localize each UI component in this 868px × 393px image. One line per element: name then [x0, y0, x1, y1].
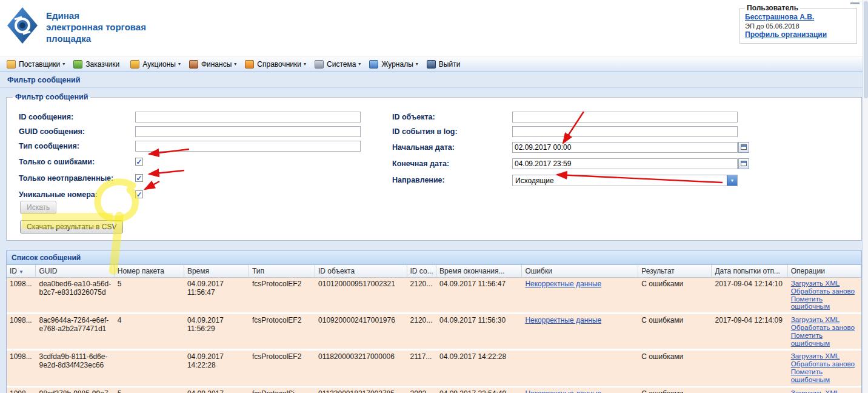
page-title: Фильтр сообщений [0, 72, 868, 88]
column-header-event-id[interactable]: ID со... [407, 265, 436, 278]
menu-item-finance[interactable]: Финансы ▾ [185, 59, 241, 70]
guid-message-label: GUID сообщения: [19, 127, 135, 136]
unique-numbers-checkbox[interactable]: ✓ [135, 190, 143, 198]
cell-guid: 3cdfda9b-8111-6d6e-9e2d-8d34f423ec66 [36, 351, 114, 387]
chevron-down-icon: ▾ [358, 61, 361, 67]
column-header-operations[interactable]: Операции [788, 265, 861, 278]
column-header-retry-date[interactable]: Дата попытки отп... [712, 265, 787, 278]
dropdown-arrow-icon[interactable]: ▼ [727, 175, 737, 186]
check-icon: ✓ [136, 191, 142, 198]
only-errors-checkbox[interactable]: ✓ [135, 158, 143, 166]
id-message-input[interactable] [135, 112, 361, 123]
mark-error-link[interactable]: Пометить ошибочным [791, 368, 830, 383]
cell-guid: 8ac9644a-7264-e6ef-e768-a2b2a77471d1 [36, 314, 114, 351]
error-details-link[interactable]: Некорректные данные [525, 389, 601, 393]
menu-item-system[interactable]: Система ▾ [310, 59, 365, 70]
system-monitor-icon [315, 60, 324, 69]
vertical-scrollbar[interactable] [863, 0, 868, 393]
error-details-link[interactable]: Некорректные данные [525, 316, 601, 324]
id-message-label: ID сообщения: [19, 113, 135, 121]
table-row: 1098... dea0bed6-ea10-a56d-b2c7-e831d326… [7, 278, 861, 314]
auction-gavel-icon [130, 60, 139, 69]
menu-item-journals[interactable]: Журналы ▾ [365, 59, 422, 70]
cell-type: fcsProtocolEF2 [249, 314, 315, 351]
cell-result: С ошибками [638, 351, 712, 387]
menu-item-suppliers[interactable]: Поставщики ▾ [2, 59, 69, 70]
id-object-input[interactable] [512, 112, 738, 123]
customers-icon [73, 60, 82, 69]
only-unsent-label: Только неотправленные: [19, 174, 135, 183]
reprocess-link[interactable]: Обработать заново [791, 323, 855, 331]
chevron-down-icon: ▾ [62, 61, 65, 67]
end-date-input[interactable] [512, 158, 738, 169]
load-xml-link[interactable]: Загрузить XML [791, 389, 840, 393]
calendar-icon [741, 144, 747, 150]
column-header-guid[interactable]: GUID [36, 265, 114, 278]
user-name-link[interactable]: Бесстрашнова А.В. [745, 13, 852, 22]
column-header-end-time[interactable]: Время окончания... [436, 265, 522, 278]
table-row: 1098... 8ac9644a-7264-e6ef-e768-a2b2a774… [7, 314, 861, 351]
finance-bank-icon [189, 60, 198, 69]
cell-errors [522, 351, 638, 387]
column-header-id[interactable]: ID▼ [7, 265, 36, 278]
start-date-input[interactable] [512, 142, 738, 153]
org-profile-link[interactable]: Профиль организации [745, 30, 852, 39]
cell-guid: dea0bed6-ea10-a56d-b2c7-e831d326075d [36, 278, 114, 314]
logo: Единая электронная торговая площадка [6, 6, 146, 45]
menu-item-auctions[interactable]: Аукционы ▾ [126, 59, 185, 70]
menu-item-customers[interactable]: Заказчики [69, 59, 126, 70]
cell-type: fcsProtocolSi... [249, 388, 315, 393]
reprocess-link[interactable]: Обработать заново [791, 360, 855, 368]
cell-end-time: 04.09.2017 11:56:47 [436, 278, 522, 314]
cell-errors: Некорректные данные [522, 278, 638, 314]
mark-error-link[interactable]: Пометить ошибочным [791, 295, 830, 311]
type-message-input[interactable] [135, 141, 361, 152]
cell-retry-date: 2017-09-04 12:14:10 [712, 278, 787, 314]
scrollbar-thumb[interactable] [864, 1, 868, 98]
column-header-errors[interactable]: Ошибки [522, 265, 638, 278]
cell-packet: 5 [115, 278, 184, 314]
table-row: 1098... 3cdfda9b-8111-6d6e-9e2d-8d34f423… [7, 351, 861, 387]
direction-select[interactable]: Исходящие ▼ [512, 175, 738, 186]
only-unsent-checkbox[interactable]: ✓ [135, 174, 143, 182]
cell-id: 1098... [7, 314, 36, 351]
search-button[interactable]: Искать [20, 201, 56, 214]
cell-time: 04.09.2017 11:56:47 [184, 278, 249, 314]
reprocess-link[interactable]: Обработать заново [791, 287, 855, 295]
check-icon: ✓ [136, 175, 142, 182]
load-xml-link[interactable]: Загрузить XML [791, 279, 840, 287]
id-event-log-input[interactable] [512, 126, 738, 137]
column-header-result[interactable]: Результат [638, 265, 712, 278]
cell-operations: Загрузить XML Обработать заново Пометить… [788, 314, 861, 351]
load-xml-link[interactable]: Загрузить XML [791, 315, 840, 323]
reference-book-icon [245, 60, 254, 69]
column-header-time[interactable]: Время [184, 265, 249, 278]
start-date-calendar-button[interactable] [738, 142, 749, 153]
cell-retry-date: 2017-09-04 12:14:09 [712, 314, 787, 351]
cell-result: С ошибками [638, 314, 712, 351]
error-details-link[interactable]: Некорректные данные [525, 280, 601, 288]
sort-arrow-icon: ▼ [19, 269, 24, 275]
cell-packet: 4 [115, 314, 184, 351]
load-xml-link[interactable]: Загрузить XML [791, 352, 840, 360]
column-header-type[interactable]: Тип [249, 265, 315, 278]
menu-item-logout[interactable]: Выйти [422, 59, 465, 70]
mark-error-link[interactable]: Пометить ошибочным [791, 331, 830, 347]
suppliers-folder-icon [7, 60, 16, 69]
cell-result: С ошибками [638, 278, 712, 314]
column-header-packet[interactable]: Номер пакета [115, 265, 184, 278]
filter-left-column: ID сообщения: GUID сообщения: Тип сообще… [19, 110, 361, 203]
cell-id: 1098... [7, 351, 36, 387]
column-header-object-id[interactable]: ID объекта [315, 265, 407, 278]
unique-numbers-label: Уникальные номера: [19, 190, 135, 199]
download-csv-button[interactable]: Скачать результаты в CSV [20, 220, 123, 233]
menu-item-reference[interactable]: Справочники ▾ [241, 59, 310, 70]
guid-message-input[interactable] [135, 126, 361, 137]
exit-door-icon [427, 60, 436, 69]
direction-value: Исходящие [513, 175, 727, 186]
cell-time: 04.09.2017 14:22:28 [184, 351, 249, 387]
cell-time: 04.09.2017 11:56:29 [184, 314, 249, 351]
cell-type: fcsProtocolEF2 [249, 351, 315, 387]
page-header: Единая электронная торговая площадка Пол… [0, 0, 868, 56]
end-date-calendar-button[interactable] [738, 158, 749, 169]
